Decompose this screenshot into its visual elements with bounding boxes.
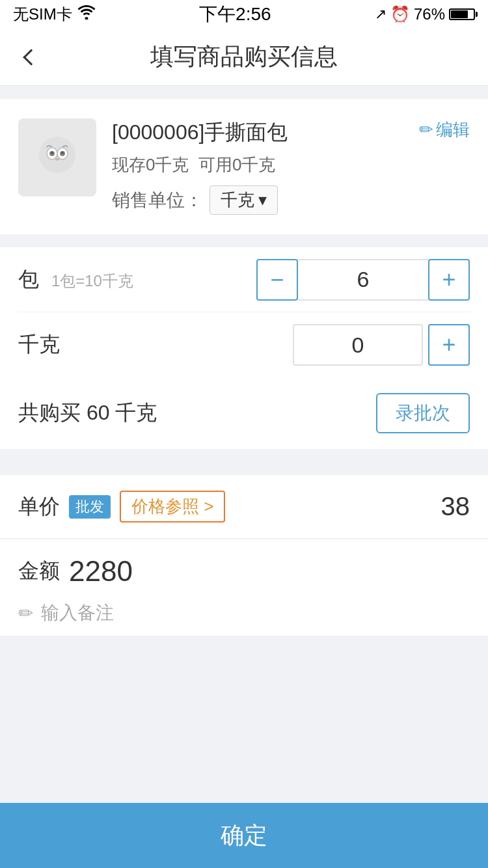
price-section: 单价 批发 价格参照 > 38: [0, 475, 488, 538]
status-right: ↗ ⏰ 76%: [375, 5, 475, 23]
alarm-icon: ⏰: [390, 5, 410, 23]
kg-input[interactable]: [293, 324, 423, 366]
amount-label: 金额: [18, 557, 60, 586]
bag-hint: 1包=10千克: [51, 272, 133, 290]
bag-minus-button[interactable]: −: [256, 259, 298, 301]
kg-plus-button[interactable]: +: [428, 324, 470, 366]
confirm-button[interactable]: 确定: [0, 803, 488, 868]
divider-2: [0, 449, 488, 462]
carrier-label: 无SIM卡: [13, 4, 72, 25]
svg-point-5: [51, 152, 53, 154]
product-thumbnail: [18, 118, 96, 197]
product-logo-icon: [38, 135, 77, 180]
remark-placeholder: 输入备注: [41, 601, 114, 625]
amount-row: 金额 2280: [18, 555, 470, 588]
price-row: 单价 批发 价格参照 > 38: [18, 491, 470, 522]
price-value: 38: [441, 492, 470, 521]
confirm-label: 确定: [221, 820, 267, 852]
batch-button[interactable]: 录批次: [376, 393, 470, 433]
price-tag: 批发: [69, 495, 111, 519]
bag-quantity-control: − +: [256, 259, 470, 301]
product-info: [0000006]手撕面包 现存0千克 可用0千克 销售单位： 千克 ▾: [112, 118, 470, 215]
page-title: 填写商品购买信息: [150, 41, 338, 73]
bag-input-row: 包 1包=10千克 − +: [18, 247, 470, 312]
summary-text: 共购买 60 千克: [18, 399, 157, 427]
status-time: 下午2:56: [199, 2, 271, 27]
price-ref-button[interactable]: 价格参照 >: [120, 491, 225, 522]
amount-value: 2280: [69, 555, 133, 588]
product-name: [0000006]手撕面包: [112, 118, 470, 147]
svg-point-6: [61, 152, 64, 154]
bag-plus-button[interactable]: +: [428, 259, 470, 301]
status-bar: 无SIM卡 下午2:56 ↗ ⏰ 76%: [0, 0, 488, 29]
empty-space: [0, 636, 488, 831]
back-button[interactable]: [18, 44, 44, 70]
input-section: 包 1包=10千克 − + 千克 +: [0, 247, 488, 377]
edit-icon: ✏: [419, 120, 433, 140]
divider-1: [0, 234, 488, 247]
status-left: 无SIM卡: [13, 4, 96, 25]
battery-icon: [449, 8, 475, 20]
kg-label: 千克: [18, 331, 293, 359]
summary-section: 共购买 60 千克 录批次: [0, 377, 488, 449]
bag-input[interactable]: [298, 259, 428, 301]
wifi-icon: [77, 5, 96, 23]
product-card: [0000006]手撕面包 现存0千克 可用0千克 销售单位： 千克 ▾ ✏ 编…: [0, 99, 488, 234]
chevron-down-icon: ▾: [258, 190, 267, 210]
pencil-icon: ✏: [18, 603, 33, 624]
price-label: 单价: [18, 493, 60, 521]
edit-button[interactable]: ✏ 编辑: [419, 118, 470, 141]
unit-select[interactable]: 千克 ▾: [210, 185, 278, 215]
bag-label: 包 1包=10千克: [18, 265, 256, 294]
product-unit-row: 销售单位： 千克 ▾: [112, 185, 470, 215]
remark-row[interactable]: ✏ 输入备注: [18, 601, 470, 625]
location-icon: ↗: [375, 6, 386, 23]
kg-input-row: 千克 +: [18, 312, 470, 377]
battery-percent: 76%: [414, 5, 445, 23]
nav-bar: 填写商品购买信息: [0, 29, 488, 86]
product-stock: 现存0千克 可用0千克: [112, 154, 470, 176]
amount-section: 金额 2280 ✏ 输入备注: [0, 539, 488, 636]
back-arrow-icon: [23, 49, 39, 65]
